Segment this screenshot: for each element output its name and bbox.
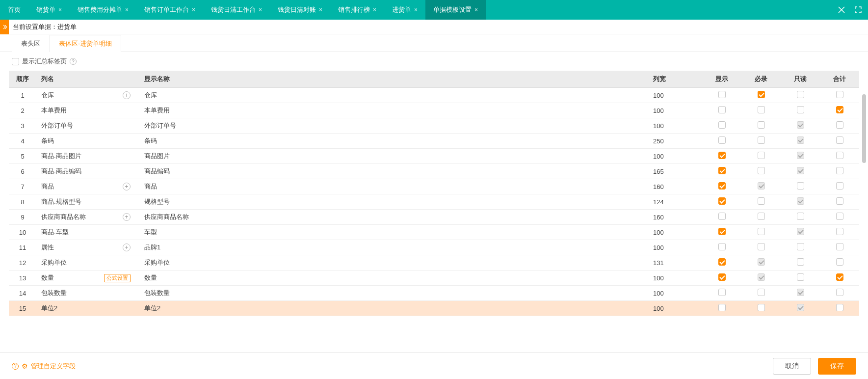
checkbox[interactable] [836, 213, 843, 220]
checkbox[interactable] [836, 197, 843, 205]
cell-width[interactable]: 100 [648, 149, 702, 164]
checkbox[interactable] [797, 273, 804, 281]
checkbox[interactable] [797, 213, 804, 220]
top-tab[interactable]: 首页 [0, 0, 28, 20]
cell-display[interactable]: 仓库 [139, 88, 648, 103]
cell-width[interactable]: 160 [648, 210, 702, 225]
cell-width[interactable]: 124 [648, 194, 702, 210]
top-tab[interactable]: 销售订单工作台× [136, 0, 203, 20]
cell-display[interactable]: 外部订单号 [139, 118, 648, 134]
checkbox[interactable] [718, 213, 726, 220]
checkbox[interactable] [758, 289, 765, 296]
close-icon[interactable]: × [319, 6, 322, 13]
sub-tab[interactable]: 表体区-进货单明细 [50, 35, 121, 52]
cell-width[interactable]: 100 [648, 240, 702, 255]
footer-help-icon[interactable]: ? [12, 363, 19, 370]
checkbox[interactable] [797, 243, 804, 250]
checkbox[interactable] [836, 106, 843, 113]
checkbox[interactable] [718, 289, 726, 296]
cell-display[interactable]: 条码 [139, 134, 648, 149]
cell-display[interactable]: 单位2 [139, 301, 648, 316]
cell-display[interactable]: 供应商商品名称 [139, 210, 648, 225]
top-tab[interactable]: 钱货日清对账× [270, 0, 330, 20]
cell-display[interactable]: 本单费用 [139, 103, 648, 118]
close-icon[interactable]: × [414, 6, 418, 13]
checkbox[interactable] [718, 121, 726, 129]
cell-display[interactable]: 商品编码 [139, 164, 648, 179]
checkbox[interactable] [718, 106, 726, 113]
top-tab[interactable]: 进货单× [384, 0, 425, 20]
checkbox[interactable] [758, 304, 765, 311]
checkbox[interactable] [758, 106, 765, 113]
checkbox[interactable] [797, 106, 804, 113]
cell-width[interactable]: 100 [648, 103, 702, 118]
checkbox[interactable] [718, 243, 726, 250]
plus-icon[interactable]: + [123, 183, 131, 190]
cell-width[interactable]: 100 [648, 286, 702, 301]
cell-width[interactable]: 250 [648, 134, 702, 149]
close-icon[interactable]: × [474, 6, 478, 13]
cell-width[interactable]: 131 [648, 255, 702, 271]
fullscreen-icon[interactable] [853, 5, 863, 15]
checkbox[interactable] [758, 91, 765, 98]
checkbox[interactable] [718, 167, 726, 174]
cell-display[interactable]: 包装数量 [139, 286, 648, 301]
help-icon[interactable]: ? [70, 58, 77, 65]
close-icon[interactable]: × [192, 6, 195, 13]
plus-icon[interactable]: + [123, 91, 131, 99]
close-icon[interactable]: × [58, 6, 62, 13]
checkbox[interactable] [758, 167, 765, 174]
cell-display[interactable]: 规格型号 [139, 194, 648, 210]
checkbox[interactable] [718, 228, 726, 235]
checkbox[interactable] [718, 136, 726, 144]
collapse-toggle-icon[interactable] [0, 20, 9, 34]
checkbox[interactable] [836, 91, 843, 98]
checkbox[interactable] [758, 121, 765, 129]
cell-display[interactable]: 品牌1 [139, 240, 648, 255]
formula-tag[interactable]: 公式设置 [104, 274, 131, 282]
cell-width[interactable]: 165 [648, 164, 702, 179]
top-tab[interactable]: 销货单× [28, 0, 70, 20]
plus-icon[interactable]: + [123, 244, 131, 251]
checkbox[interactable] [718, 273, 726, 281]
cell-width[interactable]: 100 [648, 225, 702, 240]
cell-width[interactable]: 100 [648, 118, 702, 134]
close-icon[interactable]: × [373, 6, 376, 13]
cell-width[interactable]: 100 [648, 301, 702, 316]
cell-display[interactable]: 商品图片 [139, 149, 648, 164]
cell-display[interactable]: 商品 [139, 179, 648, 194]
cell-display[interactable]: 数量 [139, 271, 648, 286]
cell-display[interactable]: 采购单位 [139, 255, 648, 271]
checkbox[interactable] [758, 152, 765, 159]
top-tab[interactable]: 单据模板设置× [425, 0, 486, 20]
checkbox[interactable] [718, 258, 726, 266]
cell-width[interactable]: 100 [648, 271, 702, 286]
checkbox[interactable] [718, 182, 726, 190]
custom-fields-link[interactable]: 管理自定义字段 [31, 362, 76, 371]
checkbox[interactable] [836, 152, 843, 159]
checkbox[interactable] [758, 213, 765, 220]
save-button[interactable]: 保存 [818, 358, 856, 375]
checkbox[interactable] [758, 197, 765, 205]
close-icon[interactable]: × [125, 6, 129, 13]
checkbox[interactable] [836, 258, 843, 266]
checkbox[interactable] [718, 304, 726, 311]
top-tab[interactable]: 销售排行榜× [330, 0, 384, 20]
close-all-icon[interactable] [837, 5, 846, 15]
checkbox[interactable] [797, 258, 804, 266]
checkbox[interactable] [836, 273, 843, 281]
checkbox[interactable] [836, 182, 843, 190]
checkbox[interactable] [836, 304, 843, 311]
checkbox[interactable] [718, 91, 726, 98]
checkbox[interactable] [718, 152, 726, 159]
plus-icon[interactable]: + [123, 213, 131, 221]
checkbox[interactable] [797, 182, 804, 190]
show-summary-checkbox[interactable] [12, 58, 19, 65]
cell-width[interactable]: 160 [648, 179, 702, 194]
top-tab[interactable]: 钱货日清工作台× [203, 0, 270, 20]
checkbox[interactable] [836, 228, 843, 235]
checkbox[interactable] [758, 243, 765, 250]
checkbox[interactable] [758, 228, 765, 235]
checkbox[interactable] [836, 167, 843, 174]
checkbox[interactable] [758, 136, 765, 144]
